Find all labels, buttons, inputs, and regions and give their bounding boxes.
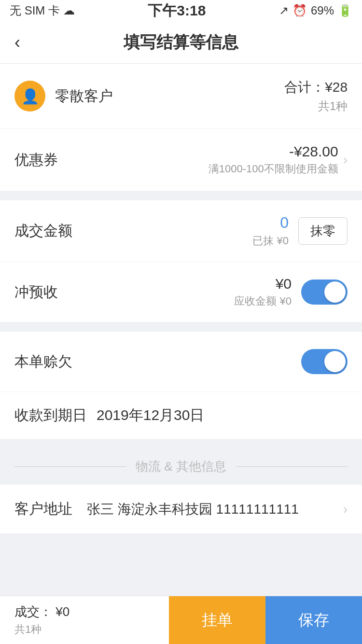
prepay-right: ¥0 应收金额 ¥0 (234, 276, 348, 308)
customer-name: 零散客户 (55, 86, 113, 106)
debt-label: 本单赊欠 (14, 352, 72, 372)
status-right: ↗ ⏰ 69% 🔋 (279, 4, 352, 17)
logistics-label: 物流 & 其他信息 (136, 458, 226, 475)
avatar-icon: 👤 (21, 88, 39, 105)
coupon-right: -¥28.00 满1000-100不限制使用金额 › (209, 143, 348, 176)
coupon-row[interactable]: 优惠券 -¥28.00 满1000-100不限制使用金额 › (0, 128, 362, 191)
customer-avatar: 👤 (14, 81, 45, 112)
customer-total-area: 合计：¥28 共1种 (284, 78, 348, 114)
bottom-bar: 成交： ¥0 共1种 挂单 保存 (0, 596, 362, 644)
debt-toggle[interactable] (301, 349, 348, 374)
address-label: 客户地址 (14, 499, 72, 519)
deal-amount-area: 0 已抹 ¥0 (252, 214, 289, 248)
back-button[interactable]: ‹ (14, 32, 20, 53)
prepay-amount-area: ¥0 应收金额 ¥0 (234, 276, 292, 308)
customer-row: 👤 零散客户 合计：¥28 共1种 (0, 64, 362, 128)
nav-bar: ‹ 填写结算等信息 (0, 21, 362, 64)
prepay-label: 冲预收 (14, 282, 58, 302)
bottom-deal-label: 成交： ¥0 (14, 603, 154, 620)
customer-count: 共1种 (284, 98, 348, 114)
logistics-sep-inner: 物流 & 其他信息 (14, 458, 348, 475)
deal-right: 0 已抹 ¥0 抹零 (252, 214, 348, 248)
address-section: 客户地址 张三 海淀永丰科技园 11111111111 › (0, 485, 362, 533)
deal-label: 成交金额 (14, 221, 72, 241)
battery-icon: 🔋 (338, 4, 352, 17)
customer-info: 👤 零散客户 (14, 81, 113, 112)
deal-row: 成交金额 0 已抹 ¥0 抹零 (0, 200, 362, 262)
sep-line-right (236, 466, 348, 467)
bottom-info: 成交： ¥0 共1种 (0, 596, 169, 644)
deal-section: 成交金额 0 已抹 ¥0 抹零 冲预收 ¥0 应收金额 ¥0 (0, 200, 362, 322)
hang-button[interactable]: 挂单 (169, 596, 265, 644)
due-date-value: 2019年12月30日 (97, 406, 204, 425)
coupon-discount: -¥28.00 (209, 143, 338, 160)
deal-deducted: 已抹 ¥0 (252, 234, 289, 248)
bottom-deal-count: 共1种 (14, 622, 154, 637)
alarm-icon: ⏰ (292, 4, 307, 17)
location-icon: ↗ (279, 4, 289, 17)
prepay-toggle[interactable] (301, 280, 348, 305)
due-date-row: 收款到期日 2019年12月30日 (0, 392, 362, 439)
debt-row: 本单赊欠 (0, 332, 362, 392)
status-bar: 无 SIM 卡 ☁ 下午3:18 ↗ ⏰ 69% 🔋 (0, 0, 362, 21)
coupon-chevron-icon: › (343, 152, 348, 168)
debt-toggle-knob (324, 351, 346, 372)
status-left: 无 SIM 卡 ☁ (10, 3, 75, 18)
logistics-separator: 物流 & 其他信息 (0, 448, 362, 485)
round-button[interactable]: 抹零 (298, 217, 348, 245)
save-button[interactable]: 保存 (265, 596, 362, 644)
battery-level: 69% (311, 4, 334, 17)
address-chevron-icon: › (343, 502, 348, 517)
due-date-label: 收款到期日 (14, 406, 87, 425)
coupon-content: -¥28.00 满1000-100不限制使用金额 (209, 143, 338, 176)
prepay-receivable: 应收金额 ¥0 (234, 294, 292, 308)
prepay-amount: ¥0 (234, 276, 292, 292)
customer-total: 合计：¥28 (284, 78, 348, 97)
prepay-row: 冲预收 ¥0 应收金额 ¥0 (0, 262, 362, 322)
address-value: 张三 海淀永丰科技园 11111111111 (87, 500, 343, 518)
coupon-desc: 满1000-100不限制使用金额 (209, 162, 338, 176)
status-time: 下午3:18 (148, 1, 206, 21)
customer-section: 👤 零散客户 合计：¥28 共1种 优惠券 -¥28.00 满1000-100不… (0, 64, 362, 191)
sim-status: 无 SIM 卡 ☁ (10, 3, 75, 18)
prepay-toggle-knob (324, 281, 346, 303)
debt-section: 本单赊欠 收款到期日 2019年12月30日 (0, 332, 362, 439)
deal-amount-value: 0 (252, 214, 289, 232)
sep-line-left (14, 466, 126, 467)
address-row[interactable]: 客户地址 张三 海淀永丰科技园 11111111111 › (0, 485, 362, 533)
page-title: 填写结算等信息 (124, 31, 238, 54)
coupon-label: 优惠券 (14, 150, 58, 170)
